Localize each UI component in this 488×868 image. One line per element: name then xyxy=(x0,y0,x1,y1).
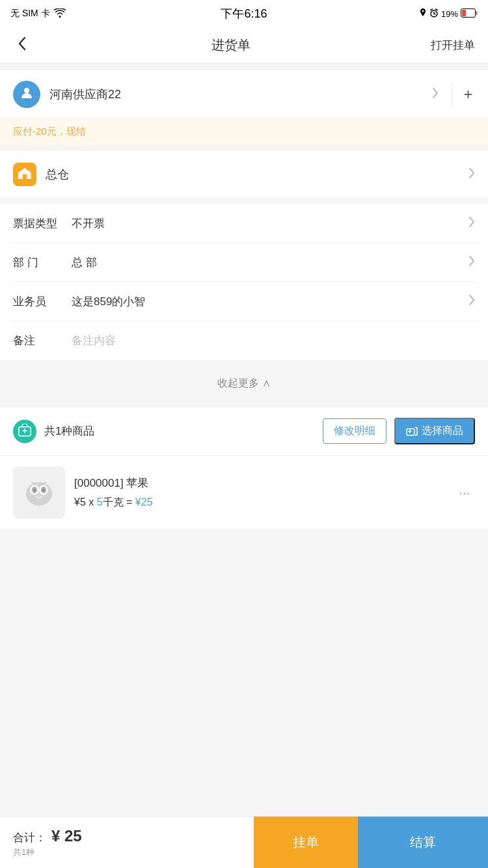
department-value: 总 部 xyxy=(72,255,468,270)
select-product-label: 选择商品 xyxy=(422,424,463,438)
total-sub-label: 共1种 xyxy=(13,847,241,858)
department-arrow-icon xyxy=(468,255,475,270)
battery-percent: 19% xyxy=(441,9,458,19)
svg-point-13 xyxy=(33,489,36,492)
invoice-type-row[interactable]: 票据类型 不开票 xyxy=(0,204,488,243)
page-title: 进货单 xyxy=(211,36,251,54)
supplier-row[interactable]: 河南供应商22 + xyxy=(0,70,488,119)
product-name: [0000001] 苹果 xyxy=(74,476,444,491)
svg-rect-7 xyxy=(407,429,414,435)
product-count-label: 共1种商品 xyxy=(44,424,315,439)
status-time: 下午6:16 xyxy=(221,6,267,21)
carrier-label: 无 SIM 卡 xyxy=(10,8,50,20)
remark-placeholder: 备注内容 xyxy=(72,333,475,348)
back-button[interactable] xyxy=(13,31,31,60)
separator-mid xyxy=(0,401,488,407)
open-pending-button[interactable]: 打开挂单 xyxy=(431,38,475,53)
product-price: ¥5 x 5千克 = ¥25 xyxy=(74,496,444,509)
product-info: [0000001] 苹果 ¥5 x 5千克 = ¥25 xyxy=(74,476,444,509)
product-menu-button[interactable]: ··· xyxy=(454,483,475,503)
supplier-avatar-icon xyxy=(19,85,34,103)
remark-row[interactable]: 备注 备注内容 xyxy=(0,321,488,360)
location-icon xyxy=(419,8,427,20)
warehouse-name: 总仓 xyxy=(46,167,468,182)
product-thumbnail xyxy=(13,467,65,519)
status-right: 19% xyxy=(419,8,478,20)
status-left: 无 SIM 卡 xyxy=(10,8,66,20)
collapse-button[interactable]: 收起更多 ∧ xyxy=(0,366,488,401)
nav-bar: 进货单 打开挂单 xyxy=(0,27,488,64)
svg-rect-5 xyxy=(23,174,27,180)
svg-rect-2 xyxy=(462,10,466,16)
total-label-text: 合计： xyxy=(13,830,46,845)
svg-point-14 xyxy=(42,489,45,492)
alarm-icon xyxy=(429,8,439,20)
warehouse-icon xyxy=(13,163,36,186)
battery-icon xyxy=(461,8,478,20)
select-product-button[interactable]: 选择商品 xyxy=(394,418,475,444)
wifi-icon xyxy=(54,8,66,20)
svg-point-4 xyxy=(24,88,29,93)
total-section: 合计： ¥ 25 共1种 xyxy=(0,827,254,858)
separator-top xyxy=(0,64,488,70)
svg-rect-3 xyxy=(476,11,478,15)
status-bar: 无 SIM 卡 下午6:16 19% xyxy=(0,0,488,27)
form-section: 票据类型 不开票 部 门 总 部 业务员 这是859的小智 备注 备注内容 xyxy=(0,204,488,360)
salesperson-row[interactable]: 业务员 这是859的小智 xyxy=(0,282,488,321)
remark-label: 备注 xyxy=(13,333,72,348)
warehouse-row[interactable]: 总仓 xyxy=(0,151,488,198)
supplier-alert: 应付-20元，现结 xyxy=(0,119,488,144)
product-header: 共1种商品 修改明细 选择商品 xyxy=(0,407,488,455)
supplier-avatar xyxy=(13,81,40,108)
salesperson-label: 业务员 xyxy=(13,294,72,309)
salesperson-arrow-icon xyxy=(468,294,475,309)
supplier-name: 河南供应商22 xyxy=(49,87,432,102)
invoice-type-value: 不开票 xyxy=(72,216,468,231)
warehouse-section: 总仓 xyxy=(0,151,488,198)
suspend-button[interactable]: 挂单 xyxy=(254,817,358,869)
product-count-icon xyxy=(13,420,36,443)
add-supplier-button[interactable]: + xyxy=(452,83,475,106)
department-label: 部 门 xyxy=(13,255,72,270)
warehouse-arrow-icon xyxy=(468,167,475,182)
checkout-button[interactable]: 结算 xyxy=(358,817,488,869)
bottom-bar: 合计： ¥ 25 共1种 挂单 结算 xyxy=(0,816,488,868)
product-count-icon-symbol xyxy=(18,424,32,439)
invoice-type-arrow-icon xyxy=(468,216,475,231)
svg-point-8 xyxy=(26,482,52,506)
product-item: [0000001] 苹果 ¥5 x 5千克 = ¥25 ··· xyxy=(0,456,488,529)
invoice-type-label: 票据类型 xyxy=(13,216,72,231)
salesperson-value: 这是859的小智 xyxy=(72,294,468,309)
bottom-spacer xyxy=(0,529,488,588)
department-row[interactable]: 部 门 总 部 xyxy=(0,243,488,282)
supplier-section: 河南供应商22 + 应付-20元，现结 xyxy=(0,70,488,144)
total-amount: ¥ 25 xyxy=(51,827,82,845)
supplier-arrow-icon xyxy=(432,87,439,102)
edit-detail-button[interactable]: 修改明细 xyxy=(323,418,386,444)
warehouse-icon-symbol xyxy=(18,167,32,182)
